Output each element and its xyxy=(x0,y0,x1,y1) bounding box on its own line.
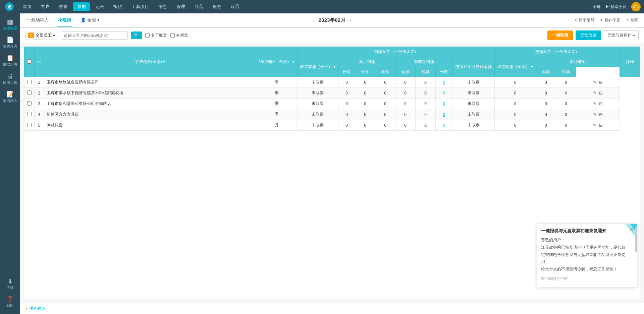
sidebar-item-summary[interactable]: 📋 票据汇总 xyxy=(1,52,19,70)
detail-icon-4[interactable]: ⊞ xyxy=(599,123,603,128)
no-disc-operation-btn[interactable]: 无盘取票操作 ▾ xyxy=(604,30,639,40)
nav-invoice[interactable]: 票据 xyxy=(73,2,90,11)
popup-close-btn[interactable]: ✕ xyxy=(629,227,634,233)
th-month-purchase: 本月进项 xyxy=(536,57,620,67)
row-name-3: 新建区方方文具店 xyxy=(44,109,256,120)
detail-icon-2[interactable]: ⊞ xyxy=(599,101,603,106)
detail-icon-0[interactable]: ⊞ xyxy=(599,80,603,85)
nav-home[interactable]: 首页 xyxy=(19,2,36,11)
row-checkbox-0[interactable] xyxy=(27,80,32,84)
th-quarter-sales: 本季度销项 xyxy=(395,57,452,67)
refresh-btn[interactable]: ↻ 刷新 xyxy=(626,17,639,23)
member-btn[interactable]: ▶ 畅享会员 xyxy=(605,4,627,10)
sub-nav-container: 一般纳税人 小规模 👤 全能 ▾ ‹ 2023年02月 › ✦ 新手引导 ✦ 操… xyxy=(20,13,644,28)
sidebar-item-smart-ticket[interactable]: 🤖 智能取票 xyxy=(1,16,19,34)
sidebar-item-invoice-open[interactable]: 📄 发票开具 xyxy=(1,34,19,52)
employee-filter-label: 全部员工 xyxy=(36,33,52,38)
nav-settings[interactable]: 设置 xyxy=(227,2,244,11)
edit-icon-1[interactable]: ✎ xyxy=(593,90,597,96)
table-row: 5 测试账套 月 未取票 0 0 0 0 0 0 未取票 0 0 0 ✎ ⊞ xyxy=(24,120,640,131)
sidebar: 🤖 智能取票 📄 发票开具 📋 票据汇总 🖨 扫描上传 📝 票据录入 ⬇ 下载 … xyxy=(0,13,20,314)
row-checkbox-cell xyxy=(24,77,35,88)
guide-btn[interactable]: ✦ 新手引导 xyxy=(574,17,595,23)
row-checkbox-1[interactable] xyxy=(27,90,32,95)
logo[interactable]: 易 xyxy=(3,1,15,13)
under-account-checkbox[interactable]: 名下账套 xyxy=(145,33,167,38)
row-sales-status-3: 未取票 xyxy=(297,109,338,120)
employee-filter[interactable]: 全 全部员工 ▾ xyxy=(25,31,57,40)
fullscreen-btn[interactable]: ⛶ 全屏 xyxy=(587,4,600,10)
nav-manage[interactable]: 管理 xyxy=(172,2,189,11)
table-row: 4 新建区方方文具店 季 未取票 0 0 0 0 0 0 未取票 0 0 0 ✎… xyxy=(24,109,640,120)
has-tax-disc-input[interactable] xyxy=(170,33,175,38)
detail-icon-1[interactable]: ⊞ xyxy=(599,90,603,96)
popup-body: 尊敬的用户： 江苏政务网已恢复访问电子税务局功能，易代账一键登陆电子税务局与无盘… xyxy=(541,237,633,283)
edit-icon-0[interactable]: ✎ xyxy=(593,80,597,85)
settings-icon[interactable]: ⚙ xyxy=(37,60,41,64)
search-button[interactable]: 🔍 xyxy=(131,32,142,39)
nav-fee[interactable]: 收费 xyxy=(55,2,72,11)
row-actions-2: ✎ ⊞ xyxy=(576,99,620,109)
nav-message[interactable]: 消息 xyxy=(154,2,171,11)
edit-icon-3[interactable]: ✎ xyxy=(593,112,597,117)
sidebar-item-scan[interactable]: 🖨 扫描上传 xyxy=(1,70,19,88)
filter-icon[interactable]: ▾ xyxy=(163,59,165,64)
avatar[interactable]: tEa xyxy=(631,2,641,11)
row-sales-quarter-amount-3: 0 xyxy=(395,109,416,120)
edit-icon-2[interactable]: ✎ xyxy=(593,101,597,106)
tab-general-taxpayer[interactable]: 一般纳税人 xyxy=(25,14,50,27)
edit-icon-4[interactable]: ✎ xyxy=(593,123,597,128)
search-input[interactable] xyxy=(61,32,128,40)
detail-icon-3[interactable]: ⊞ xyxy=(599,112,603,117)
no-disc-ticket-btn[interactable]: 无盘取票 xyxy=(576,30,601,40)
help-icon: ❓ xyxy=(6,296,14,302)
row-index-1: 2 xyxy=(35,88,44,99)
nav-tax[interactable]: 报税 xyxy=(109,2,126,11)
nav-customer[interactable]: 客户 xyxy=(37,2,54,11)
th-purchase-month-count: 份数 xyxy=(436,67,452,77)
one-click-ticket-btn[interactable]: 一键取票 xyxy=(547,30,573,40)
nav-accounting[interactable]: 记账 xyxy=(91,2,108,11)
scrollbar-thumb[interactable] xyxy=(635,227,637,252)
tab-small-scale[interactable]: 小规模 xyxy=(57,14,72,27)
has-tax-disc-checkbox[interactable]: 有税盘 xyxy=(170,33,188,38)
prev-period-btn[interactable]: ‹ xyxy=(313,18,315,23)
purchase-status-filter-icon[interactable]: ▾ xyxy=(531,64,533,69)
row-purchase-status-1: 未取票 xyxy=(452,88,495,99)
sidebar-label-download: 下载 xyxy=(7,286,13,290)
period-filter-icon[interactable]: ▾ xyxy=(292,59,294,64)
row-checkbox-4[interactable] xyxy=(27,123,32,127)
manual-btn[interactable]: ✦ 操作手册 xyxy=(600,17,621,23)
sub-nav-right: ✦ 新手引导 ✦ 操作手册 ↻ 刷新 xyxy=(574,17,639,23)
nav-operation[interactable]: 经营 xyxy=(191,2,207,11)
notification-popup: ✕ 一键报税与无盘取票功能恢复通知 尊敬的用户： 江苏政务网已恢复访问电子税务局… xyxy=(537,224,637,287)
tab-all[interactable]: 👤 全能 ▾ xyxy=(79,14,101,27)
sub-nav: 一般纳税人 小规模 👤 全能 ▾ ‹ 2023年02月 › ✦ 新手引导 ✦ 操… xyxy=(20,13,644,27)
row-sales-month-count-4: 0 xyxy=(338,120,355,131)
sidebar-label-invoice-open: 发票开具 xyxy=(3,44,17,49)
sidebar-item-help[interactable]: ❓ 帮助 xyxy=(1,294,19,311)
row-checkbox-cell xyxy=(24,109,35,120)
row-sales-quarter-tax-2: 0 xyxy=(416,99,436,109)
svg-text:易: 易 xyxy=(8,5,11,9)
row-purchase-month-count-4: 0 xyxy=(495,120,536,131)
select-all-checkbox[interactable] xyxy=(27,59,32,64)
tax-policy-link[interactable]: 税务政策 xyxy=(29,306,45,311)
row-sales-quarter-tax-3: 0 xyxy=(416,109,436,120)
row-period-3: 季 xyxy=(256,109,297,120)
sidebar-item-download[interactable]: ⬇ 下载 xyxy=(1,276,19,293)
sidebar-item-entry[interactable]: 📝 票据录入 xyxy=(1,88,19,106)
nav-business[interactable]: 工商项目 xyxy=(127,2,153,11)
next-period-btn[interactable]: › xyxy=(350,18,351,23)
th-sales-group: 销项发票（不合作废票） xyxy=(297,47,495,57)
sales-status-filter-icon[interactable]: ▾ xyxy=(333,64,335,69)
filter-bar: 全 全部员工 ▾ 🔍 名下账套 有税盘 一键取票 无盘取票 无盘取票操作 ▾ xyxy=(20,28,644,43)
row-checkbox-3[interactable] xyxy=(27,112,32,116)
row-checkbox-2[interactable] xyxy=(27,101,32,106)
row-sales-month-tax-0: 0 xyxy=(375,77,395,88)
nav-service[interactable]: 服务 xyxy=(209,2,225,11)
row-sales-status-1: 未取票 xyxy=(297,88,338,99)
row-sales-month-amount-1: 0 xyxy=(355,88,375,99)
under-account-input[interactable] xyxy=(145,33,150,38)
th-settings: ⚙ xyxy=(35,47,44,77)
